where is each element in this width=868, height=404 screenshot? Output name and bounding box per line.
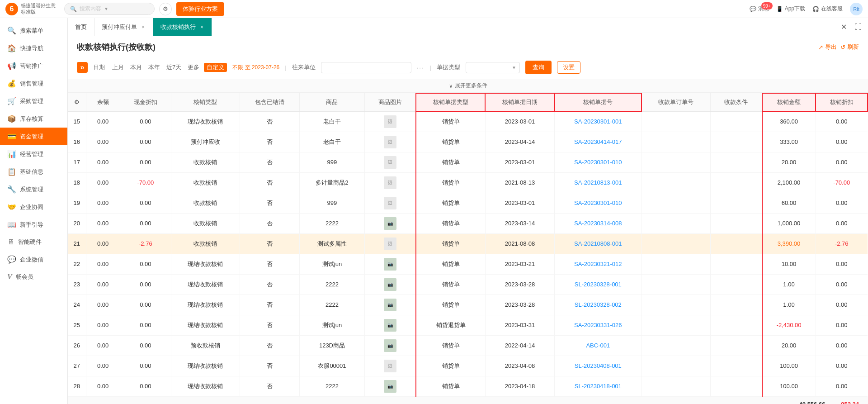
counterpart-label: 往来单位 — [292, 63, 316, 71]
bill-no-link[interactable]: SL-20230418-001 — [575, 383, 622, 390]
message-btn[interactable]: 💬 消息 99+ — [750, 5, 769, 13]
app-download-btn[interactable]: 📱 App下载 — [776, 5, 805, 13]
sidebar-item-label: 经营管理 — [20, 150, 43, 158]
bill-no-link[interactable]: SL-20230408-001 — [575, 362, 622, 369]
filter-settings-btn[interactable]: 设置 — [557, 61, 580, 74]
sidebar-item-system[interactable]: 🔧 系统管理 — [0, 181, 67, 198]
date-opt-more[interactable]: 更多 — [186, 62, 201, 72]
sidebar-item-label: 搜索菜单 — [20, 27, 43, 35]
bill-no-link[interactable]: SA-20230301-010 — [574, 200, 622, 206]
top-bar-right: 💬 消息 99+ 📱 App下载 🎧 在线客服 Rit — [750, 3, 863, 15]
table-row: 200.000.00收款核销否2222📷销货单2023-03-14SA-2023… — [68, 213, 868, 233]
bill-no-link[interactable]: SA-20230331-026 — [574, 322, 622, 328]
tab-receipt[interactable]: 收款核销执行 × — [153, 18, 212, 36]
table-header-row: ⚙ 余额 现金折扣 核销类型 包含已结清 商品 商品图片 核销单据类型 核销单据… — [68, 93, 868, 111]
date-opt-this-month[interactable]: 本月 — [128, 62, 144, 72]
search-box[interactable]: 🔍 搜索内容 ▼ — [64, 3, 155, 15]
table-row: 230.000.00现结收款核销否2222📷销货单2023-03-28SL-20… — [68, 274, 868, 295]
sidebar-item-label: 营销推广 — [20, 62, 43, 70]
filter-separator: | — [285, 64, 286, 71]
industry-btn[interactable]: 体验行业方案 — [176, 2, 224, 16]
bill-no-link[interactable]: SA-20210813-001 — [574, 179, 622, 186]
bill-no-link[interactable]: SA-20230414-017 — [574, 138, 622, 145]
col-goods-img: 商品图片 — [364, 93, 416, 111]
product-thumb: 🖼 — [384, 238, 396, 250]
sidebar-item-ops[interactable]: 📊 经营管理 — [0, 145, 67, 163]
home-tab-label: 首页 — [75, 23, 87, 31]
sidebar-item-funds[interactable]: 💳 资金管理 — [0, 128, 67, 145]
tab-maximize-btn[interactable]: ⛶ — [852, 21, 864, 33]
col-settings[interactable]: ⚙ — [68, 93, 86, 111]
bill-no-link[interactable]: SL-20230328-001 — [575, 281, 622, 288]
logo-icon: 6 — [5, 3, 18, 15]
sidebar-item-label: 销售管理 — [20, 80, 43, 88]
bill-no-link[interactable]: SA-20230314-008 — [574, 220, 622, 227]
sidebar-item-purchase[interactable]: 🛒 采购管理 — [0, 92, 67, 110]
col-including-settled: 包含已结清 — [240, 93, 300, 111]
sidebar-item-inventory[interactable]: 📦 库存核算 — [0, 110, 67, 128]
col-verify-type: 核销类型 — [171, 93, 240, 111]
main-content: 首页 预付冲应付单 × 收款核销执行 × ✕ ⛶ 收款核销执行(按收款) — [68, 18, 868, 404]
sidebar-item-hardware[interactable]: 🖥 智能硬件 — [0, 233, 67, 251]
date-opt-custom[interactable]: 自定义 — [204, 63, 227, 72]
counterpart-input[interactable] — [321, 62, 411, 73]
table-row: 160.000.00预付冲应收否老白干🖼销货单2023-04-14SA-2023… — [68, 132, 868, 152]
bill-no-link[interactable]: SA-20230301-010 — [574, 159, 622, 166]
sidebar: 🔍 搜索菜单 🏠 快捷导航 📢 营销推广 💰 销售管理 🛒 采购管理 📦 库存核… — [0, 18, 68, 404]
product-thumb: 🖼 — [384, 176, 396, 189]
data-table: ⚙ 余额 现金折扣 核销类型 包含已结清 商品 商品图片 核销单据类型 核销单据… — [68, 93, 868, 397]
app-logo: 6 畅捷通谱好生意 标准版 — [5, 3, 60, 15]
sidebar-item-quick-nav[interactable]: 🏠 快捷导航 — [0, 39, 67, 57]
query-btn[interactable]: 查询 — [525, 61, 552, 74]
sidebar-item-guide[interactable]: 📖 新手引导 — [0, 216, 67, 233]
export-btn[interactable]: ↗ 导出 — [818, 43, 837, 51]
filter-expand-btn[interactable]: » — [77, 62, 88, 73]
tab-home[interactable]: 首页 — [68, 18, 94, 36]
sidebar-item-search-menu[interactable]: 🔍 搜索菜单 — [0, 22, 67, 39]
bill-no-link[interactable]: SA-20230301-001 — [574, 118, 622, 125]
top-bar: 6 畅捷通谱好生意 标准版 🔍 搜索内容 ▼ ⚙ 体验行业方案 💬 消息 99+… — [0, 0, 868, 18]
table-row: 190.000.00收款核销否999🖼销货单2023-03-01SA-20230… — [68, 193, 868, 213]
date-opt-7days[interactable]: 近7天 — [165, 62, 183, 72]
online-service-btn[interactable]: 🎧 在线客服 — [812, 5, 843, 13]
member-icon: V — [7, 273, 12, 281]
funds-icon: 💳 — [7, 132, 16, 141]
sidebar-item-wechat[interactable]: 💬 企业微信 — [0, 251, 67, 268]
prepay-tab-close[interactable]: × — [141, 23, 146, 31]
user-avatar[interactable]: Rit — [850, 3, 863, 15]
search-icon: 🔍 — [70, 6, 77, 12]
sidebar-item-label: 企业协同 — [20, 203, 43, 211]
product-thumb: 📷 — [384, 217, 396, 230]
tab-close-all-btn[interactable]: ✕ — [837, 21, 850, 33]
sidebar-item-label: 智能硬件 — [18, 238, 42, 246]
product-thumb: 📷 — [384, 380, 396, 393]
table-row: 150.000.00现结收款核销否老白干🖼销货单2023-03-01SA-202… — [68, 111, 868, 132]
inventory-icon: 📦 — [7, 114, 16, 123]
sidebar-item-label: 库存核算 — [20, 115, 43, 123]
product-thumb: 🖼 — [384, 156, 396, 169]
app-layout: 🔍 搜索菜单 🏠 快捷导航 📢 营销推广 💰 销售管理 🛒 采购管理 📦 库存核… — [0, 18, 868, 404]
date-opt-this-year[interactable]: 本年 — [146, 62, 162, 72]
bill-no-link[interactable]: SL-20230328-002 — [575, 301, 622, 308]
table-wrapper: ⚙ 余额 现金折扣 核销类型 包含已结清 商品 商品图片 核销单据类型 核销单据… — [68, 93, 868, 397]
date-opt-last-month[interactable]: 上月 — [110, 62, 126, 72]
col-cash-discount: 现金折扣 — [120, 93, 171, 111]
settings-icon-btn[interactable]: ⚙ — [159, 3, 172, 15]
search-dropdown-arrow: ▼ — [104, 6, 108, 11]
sidebar-item-base[interactable]: 📋 基础信息 — [0, 163, 67, 181]
sidebar-item-collab[interactable]: 🤝 企业协同 — [0, 198, 67, 216]
sidebar-item-sales[interactable]: 💰 销售管理 — [0, 75, 67, 92]
receipt-tab-close[interactable]: × — [199, 23, 204, 31]
message-icon: 💬 — [750, 6, 756, 12]
bill-no-link[interactable]: SA-20210808-001 — [574, 240, 622, 247]
bill-type-label: 单据类型 — [437, 63, 460, 71]
tab-prepay[interactable]: 预付冲应付单 × — [94, 18, 153, 36]
refresh-btn[interactable]: ↺ 刷新 — [840, 43, 859, 51]
expand-more-bar: ∨ 展开更多条件 — [68, 79, 868, 93]
bill-type-select[interactable] — [466, 62, 520, 73]
bill-no-link[interactable]: ABC-001 — [586, 342, 610, 349]
bill-no-link[interactable]: SA-20230321-012 — [574, 261, 622, 267]
sidebar-item-member[interactable]: V 畅会员 — [0, 268, 67, 285]
sidebar-item-marketing[interactable]: 📢 营销推广 — [0, 57, 67, 75]
expand-more-btn[interactable]: ∨ 展开更多条件 — [449, 82, 487, 90]
